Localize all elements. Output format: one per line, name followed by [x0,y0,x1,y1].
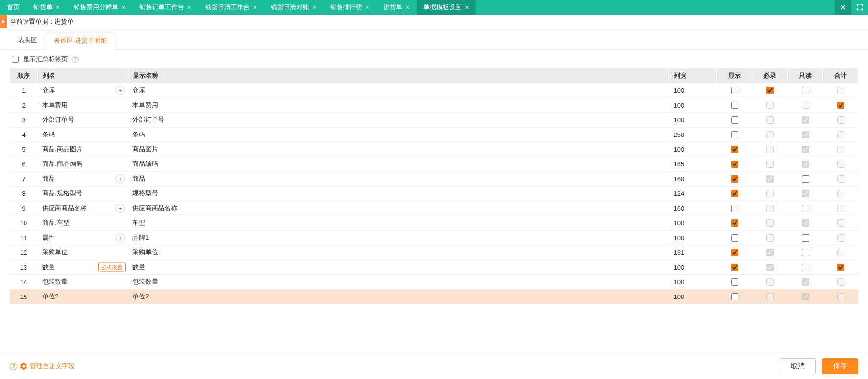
cell-display[interactable]: 本单费用 [128,98,669,112]
total-checkbox[interactable] [837,264,844,271]
total-checkbox[interactable] [837,102,844,109]
show-summary-checkbox[interactable] [12,56,19,63]
cell-width[interactable]: 100 [669,274,717,289]
cell-display[interactable]: 商品编码 [128,157,669,171]
help-icon[interactable]: ? [72,56,79,63]
close-all-tabs-icon[interactable] [835,0,851,15]
table-row[interactable]: 1仓库+仓库100 [10,83,858,98]
top-tab[interactable]: 单据模板设置✕ [417,0,476,15]
cell-width[interactable]: 250 [669,127,717,142]
show-checkbox[interactable] [731,293,738,300]
cell-display[interactable]: 数量 [128,260,669,274]
cell-display[interactable]: 商品 [128,171,669,186]
table-row[interactable]: 8商品.规格型号规格型号124 [10,186,858,201]
table-row[interactable]: 9供应商商品名称+供应商商品名称160 [10,201,858,216]
table-row[interactable]: 10商品.车型车型100 [10,216,858,230]
cell-width[interactable]: 160 [669,201,717,216]
show-checkbox[interactable] [731,102,738,109]
show-checkbox[interactable] [731,87,738,94]
cell-width[interactable]: 100 [669,98,717,112]
cell-width[interactable]: 100 [669,260,717,274]
cell-width[interactable]: 100 [669,142,717,157]
top-tab[interactable]: 销售费用分摊单✕ [67,0,132,15]
add-subcolumn-button[interactable]: + [116,233,125,242]
table-row[interactable]: 7商品+商品160 [10,171,858,186]
table-row[interactable]: 4条码条码250 [10,127,858,142]
table-row[interactable]: 14包装数量包装数量100 [10,274,858,289]
close-icon[interactable]: ✕ [187,4,191,11]
cell-width[interactable]: 131 [669,245,717,260]
show-checkbox[interactable] [731,234,738,242]
cell-display[interactable]: 品牌1 [128,230,669,245]
top-tab[interactable]: 销货单✕ [26,0,67,15]
add-subcolumn-button[interactable]: + [116,86,125,95]
section-tab[interactable]: 表体区-进货单明细 [46,33,115,50]
top-tab[interactable]: 销售订单工作台✕ [132,0,198,15]
show-checkbox[interactable] [731,146,738,153]
cell-width[interactable]: 160 [669,171,717,186]
close-icon[interactable]: ✕ [55,4,60,11]
cell-width[interactable]: 100 [669,289,717,304]
close-icon[interactable]: ✕ [253,4,257,11]
table-row[interactable]: 2本单费用本单费用100 [10,98,858,112]
cell-width[interactable]: 165 [669,157,717,171]
fullscreen-icon[interactable] [851,0,868,15]
readonly-checkbox[interactable] [802,205,809,212]
table-row[interactable]: 13数量公式设置数量100 [10,260,858,274]
show-checkbox[interactable] [731,131,738,138]
table-row[interactable]: 12采购单位采购单位131 [10,245,858,260]
top-tab[interactable]: 钱货日清对账✕ [264,0,323,15]
table-row[interactable]: 6商品.商品编码商品编码165 [10,157,858,171]
cell-display[interactable]: 规格型号 [128,186,669,201]
top-tab[interactable]: 销售排行榜✕ [323,0,376,15]
cell-name: 商品.商品图片 [37,142,128,157]
cell-width[interactable]: 124 [669,186,717,201]
readonly-checkbox[interactable] [802,234,809,242]
show-checkbox[interactable] [731,116,738,124]
close-icon[interactable]: ✕ [465,4,469,11]
cell-display[interactable]: 商品图片 [128,142,669,157]
close-icon[interactable]: ✕ [365,4,369,11]
readonly-checkbox[interactable] [802,175,809,183]
section-tab[interactable]: 表头区 [10,32,46,49]
show-checkbox[interactable] [731,175,738,183]
table-row[interactable]: 5商品.商品图片商品图片100 [10,142,858,157]
cell-width[interactable]: 100 [669,230,717,245]
cell-display[interactable]: 仓库 [128,83,669,98]
show-checkbox[interactable] [731,205,738,212]
cell-display[interactable]: 单位2 [128,289,669,304]
top-tab[interactable]: 进货单✕ [376,0,417,15]
close-icon[interactable]: ✕ [121,4,126,11]
show-checkbox[interactable] [731,264,738,271]
col-display: 显示名称 [128,68,669,83]
cell-display[interactable]: 外部订单号 [128,112,669,127]
cell-width[interactable]: 100 [669,112,717,127]
formula-settings-button[interactable]: 公式设置 [98,263,126,272]
cell-display[interactable]: 采购单位 [128,245,669,260]
cell-display[interactable]: 车型 [128,216,669,230]
add-subcolumn-button[interactable]: + [116,174,125,183]
cell-display[interactable]: 条码 [128,127,669,142]
readonly-checkbox[interactable] [802,87,809,94]
table-row[interactable]: 11属性+品牌1100 [10,230,858,245]
show-checkbox[interactable] [731,161,738,168]
top-tab[interactable]: 首页 [0,0,26,15]
cell-width[interactable]: 100 [669,216,717,230]
close-icon[interactable]: ✕ [405,4,410,11]
close-icon[interactable]: ✕ [312,4,316,11]
show-checkbox[interactable] [731,219,738,227]
top-tab[interactable]: 钱货日清工作台✕ [198,0,264,15]
required-checkbox[interactable] [766,87,774,94]
show-checkbox[interactable] [731,249,738,256]
readonly-checkbox[interactable] [802,249,809,256]
cell-display[interactable]: 供应商商品名称 [128,201,669,216]
cell-width[interactable]: 100 [669,83,717,98]
table-row[interactable]: 3外部订单号外部订单号100 [10,112,858,127]
show-checkbox[interactable] [731,190,738,197]
show-checkbox[interactable] [731,278,738,286]
cell-display[interactable]: 包装数量 [128,274,669,289]
add-subcolumn-button[interactable]: + [116,204,125,213]
readonly-checkbox[interactable] [802,264,809,271]
breadcrumb-expand-icon[interactable] [0,15,7,28]
table-row[interactable]: 15单位2单位2100 [10,289,858,304]
